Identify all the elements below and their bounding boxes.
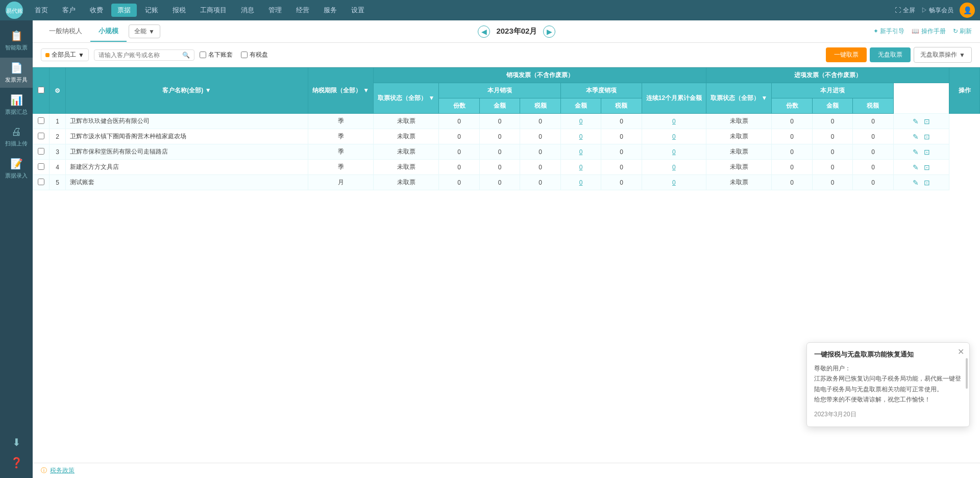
more-icon[interactable]: ⊡: [924, 117, 930, 125]
nav-invoice[interactable]: 票据: [111, 4, 137, 17]
checkbox-my-accounts-input[interactable]: [200, 52, 206, 58]
member-btn[interactable]: ▷ 畅享会员: [921, 6, 953, 15]
more-icon[interactable]: ⊡: [924, 148, 930, 156]
checkbox-has-taxdisk[interactable]: 有税盘: [241, 51, 268, 59]
row-p-monthly-count: 0: [772, 114, 812, 129]
search-input[interactable]: [99, 52, 180, 59]
row-tax-period: 季: [308, 160, 373, 175]
manual-btn[interactable]: 📖 操作手册: [912, 27, 945, 36]
fullscreen-btn[interactable]: ⛶ 全屏: [895, 6, 915, 15]
col-s-quarterly-tax: 税额: [601, 98, 642, 114]
row-actions: ✎ ⊡: [893, 160, 949, 175]
col-s-monthly-tax: 税额: [520, 98, 560, 114]
sidebar-item-invoice-summary[interactable]: 📊 票据汇总: [0, 90, 33, 120]
nav-business[interactable]: 工商项目: [194, 4, 233, 17]
nav-operations[interactable]: 经营: [290, 4, 315, 17]
tab-full[interactable]: 全能 ▼: [129, 24, 160, 38]
row-checkbox[interactable]: [33, 129, 50, 144]
nav-manage[interactable]: 管理: [262, 4, 288, 17]
tab-small-scale[interactable]: 小规模: [90, 21, 127, 42]
purchase-status-filter-icon[interactable]: ▼: [761, 94, 767, 102]
nav-home[interactable]: 首页: [29, 4, 54, 17]
row-customer: 卫辉市汲水镇下圈闻香阁营木种植家庭农场: [66, 129, 308, 144]
nav-customer[interactable]: 客户: [56, 4, 82, 17]
employee-chevron-icon: ▼: [78, 52, 84, 59]
tax-period-filter-icon[interactable]: ▼: [363, 87, 369, 94]
user-avatar[interactable]: 👤: [960, 3, 975, 18]
col-purchase-monthly-header: 本月进项: [772, 83, 893, 98]
sidebar-item-download[interactable]: ⬇: [8, 432, 25, 452]
row-checkbox[interactable]: [33, 160, 50, 175]
checkbox-has-taxdisk-input[interactable]: [241, 52, 248, 58]
more-icon[interactable]: ⊡: [924, 133, 930, 141]
nav-message[interactable]: 消息: [235, 4, 260, 17]
no-disk-operation-btn[interactable]: 无盘取票操作 ▼: [914, 47, 972, 63]
more-icon[interactable]: ⊡: [924, 163, 930, 171]
svg-text:易代账: 易代账: [6, 8, 23, 14]
col-sales-cumulative-header: 连续12个月累计金额: [642, 83, 706, 114]
row-p-monthly-tax: 0: [853, 114, 893, 129]
row-actions: ✎ ⊡: [893, 129, 949, 144]
sidebar-item-help[interactable]: ❓: [8, 452, 25, 473]
sidebar-item-invoice-open[interactable]: 📄 发票开具: [0, 58, 33, 88]
nav-billing[interactable]: 收费: [84, 4, 109, 17]
edit-icon[interactable]: ✎: [913, 148, 919, 156]
more-icon[interactable]: ⊡: [924, 179, 930, 187]
row-checkbox[interactable]: [33, 144, 50, 160]
scan-upload-icon: 🖨: [11, 126, 21, 138]
sales-status-filter-icon[interactable]: ▼: [428, 94, 434, 102]
row-tax-period: 季: [308, 129, 373, 144]
checkbox-my-accounts[interactable]: 名下账套: [200, 51, 233, 59]
row-checkbox[interactable]: [33, 175, 50, 190]
row-checkbox-input[interactable]: [38, 179, 44, 185]
refresh-btn[interactable]: ↻ 刷新: [953, 27, 972, 36]
row-checkbox-input[interactable]: [38, 148, 44, 155]
row-actions: ✎ ⊡: [893, 144, 949, 160]
edit-icon[interactable]: ✎: [913, 163, 919, 171]
row-purchase-status: 未取票: [706, 129, 772, 144]
notification-title: 一键报税与无盘取票功能恢复通知: [814, 350, 962, 359]
edit-icon[interactable]: ✎: [913, 133, 919, 141]
row-sales-status: 未取票: [374, 129, 439, 144]
nav-tax[interactable]: 报税: [166, 4, 192, 17]
row-sales-status: 未取票: [374, 175, 439, 190]
notification-popup: ✕ 一键报税与无盘取票功能恢复通知 尊敬的用户： 江苏政务网已恢复访问电子税务局…: [806, 342, 970, 427]
row-s-monthly-amount: 0: [479, 129, 520, 144]
app-logo[interactable]: 易代账: [5, 1, 23, 19]
row-checkbox-input[interactable]: [38, 163, 44, 170]
filter-icon[interactable]: ▼: [205, 87, 211, 94]
tax-policy-link[interactable]: 税务政策: [50, 466, 75, 475]
nav-service[interactable]: 服务: [317, 4, 343, 17]
notification-close-btn[interactable]: ✕: [958, 347, 964, 357]
row-checkbox[interactable]: [33, 114, 50, 129]
nav-settings[interactable]: 设置: [345, 4, 371, 17]
one-key-fetch-btn[interactable]: 一键取票: [826, 47, 867, 62]
sidebar-item-invoice-entry[interactable]: 📝 票据录入: [0, 154, 33, 184]
col-checkbox-header: [33, 68, 50, 114]
search-icon[interactable]: 🔍: [182, 52, 190, 59]
sidebar-item-scan-upload[interactable]: 🖨 扫描上传: [0, 122, 33, 152]
sidebar-item-smart-fetch[interactable]: 📋 智能取票: [0, 26, 33, 56]
select-all-checkbox[interactable]: [38, 87, 44, 93]
row-s-monthly-tax: 0: [520, 160, 560, 175]
row-sales-status: 未取票: [374, 160, 439, 175]
col-sales-quarterly-header: 本季度销项: [560, 83, 642, 98]
tab-general-taxpayer[interactable]: 一般纳税人: [41, 21, 90, 42]
row-checkbox-input[interactable]: [38, 117, 44, 124]
employee-select[interactable]: 全部员工 ▼: [41, 48, 89, 61]
nav-bookkeeping[interactable]: 记账: [139, 4, 164, 17]
new-guide-btn[interactable]: ✦ 新手引导: [873, 27, 904, 36]
row-s-quarterly-amount: 0: [560, 114, 601, 129]
edit-icon[interactable]: ✎: [913, 179, 919, 187]
row-s-quarterly-tax: 0: [601, 114, 642, 129]
edit-icon[interactable]: ✎: [913, 117, 919, 125]
row-p-monthly-amount: 0: [812, 144, 852, 160]
prev-period-btn[interactable]: ◀: [478, 26, 490, 38]
col-settings-header[interactable]: ⚙: [50, 68, 66, 114]
row-checkbox-input[interactable]: [38, 133, 44, 139]
next-period-btn[interactable]: ▶: [543, 26, 555, 38]
row-s-monthly-amount: 0: [479, 114, 520, 129]
invoice-entry-icon: 📝: [10, 158, 23, 170]
no-disk-fetch-btn[interactable]: 无盘取票: [870, 47, 911, 62]
row-p-monthly-tax: 0: [853, 144, 893, 160]
